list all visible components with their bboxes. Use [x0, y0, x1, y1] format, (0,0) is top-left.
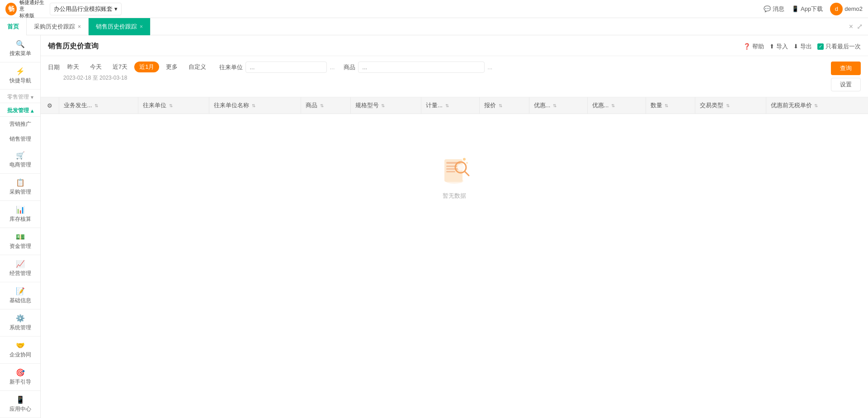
sidebar-item-basic-info[interactable]: 📝 基础信息	[0, 282, 40, 309]
export-button[interactable]: ⬇ 导出	[793, 43, 812, 51]
sidebar-item-wholesale-mgmt[interactable]: 批发管理 ▴	[0, 103, 40, 117]
sidebar-item-app-center[interactable]: 📱 应用中心	[0, 391, 40, 418]
date-btn-last1month[interactable]: 近1月	[134, 62, 159, 72]
sidebar-item-new-guide[interactable]: 🎯 新手引导	[0, 364, 40, 391]
inventory-icon: 📊	[16, 205, 25, 214]
sort-pre-tax-icon: ⇅	[814, 103, 818, 108]
page-title: 销售历史价查询	[48, 42, 99, 51]
th-discount1[interactable]: 优惠... ⇅	[529, 97, 587, 114]
user-avatar-button[interactable]: d demo2	[830, 3, 863, 15]
sort-discount1-icon: ⇅	[553, 103, 557, 108]
top-right-actions: 💬 消息 📱 App下载 d demo2	[764, 3, 863, 15]
date-btn-custom[interactable]: 自定义	[184, 62, 210, 72]
filter-bar: 日期 昨天 今天 近7天 近1月 更多 自定义 2023-02-18 至 202…	[41, 56, 868, 97]
th-product[interactable]: 商品 ⇅	[301, 97, 350, 114]
date-btn-yesterday[interactable]: 昨天	[63, 62, 83, 72]
th-partner-name[interactable]: 往来单位名称 ⇅	[209, 97, 301, 114]
sort-partner-code-icon: ⇅	[169, 103, 173, 108]
filter-actions: 查询 设置	[831, 62, 861, 91]
th-quote[interactable]: 报价 ⇅	[480, 97, 529, 114]
data-table: ⚙ 业务发生... ⇅ 往来单位 ⇅ 往来单位名称 ⇅	[41, 97, 868, 114]
import-button[interactable]: ⬆ 导入	[769, 43, 788, 51]
sidebar-item-system-mgmt[interactable]: ⚙️ 系统管理	[0, 309, 40, 337]
only-last-checkbox[interactable]: ✓	[817, 43, 824, 50]
product-filter-input[interactable]	[358, 62, 485, 73]
only-last-checkbox-group[interactable]: ✓ 只看最后一次	[817, 43, 861, 51]
sidebar-item-operations-mgmt[interactable]: 📈 经营管理	[0, 255, 40, 282]
sidebar-item-finance-mgmt[interactable]: 💵 资金管理	[0, 228, 40, 255]
app-download-button[interactable]: 📱 App下载	[792, 5, 823, 13]
th-discount2[interactable]: 优惠... ⇅	[587, 97, 646, 114]
date-btn-today[interactable]: 今天	[86, 62, 106, 72]
svg-rect-5	[446, 171, 455, 172]
avatar: d	[830, 3, 843, 15]
tab-sales-history[interactable]: 销售历史价跟踪 ×	[89, 18, 151, 35]
help-button[interactable]: ❓ 帮助	[743, 43, 764, 51]
product-filter-label: 商品	[344, 63, 355, 71]
retail-arrow-icon: ▾	[31, 94, 33, 100]
product-filter-dots: ...	[487, 64, 492, 71]
table-container: ⚙ 业务发生... ⇅ 往来单位 ⇅ 往来单位名称 ⇅	[41, 97, 868, 236]
th-quantity[interactable]: 数量 ⇅	[646, 97, 695, 114]
import-icon: ⬆	[769, 43, 774, 50]
sort-partner-name-icon: ⇅	[252, 103, 255, 108]
partner-filter-label: 往来单位	[219, 63, 243, 71]
settings-button[interactable]: 设置	[831, 78, 861, 91]
tab-home-label: 首页	[7, 23, 19, 31]
th-trade-type[interactable]: 交易类型 ⇅	[695, 97, 766, 114]
sidebar-sub-marketing[interactable]: 营销推广	[0, 117, 40, 132]
sort-unit-icon: ⇅	[445, 103, 449, 108]
sidebar: 🔍 搜索菜单 ⚡ 快捷导航 零售管理 ▾ 批发管理 ▴ 营销推广 销售管理 🛒 …	[0, 35, 41, 418]
operations-icon: 📈	[16, 260, 25, 268]
query-button[interactable]: 查询	[831, 62, 861, 75]
svg-point-10	[466, 162, 468, 164]
account-selector[interactable]: 办公用品行业模拟账套 ▾	[50, 3, 122, 15]
empty-text: 暂无数据	[443, 192, 466, 200]
tab-purchase-close-icon[interactable]: ×	[78, 24, 81, 30]
search-icon: 🔍	[16, 40, 25, 48]
tab-expand-icon[interactable]: ⤢	[857, 22, 863, 31]
sidebar-item-search-menu[interactable]: 🔍 搜索菜单	[0, 35, 40, 62]
tab-home[interactable]: 首页	[0, 18, 27, 35]
sidebar-item-retail-mgmt[interactable]: 零售管理 ▾	[0, 90, 40, 103]
quick-nav-icon: ⚡	[16, 67, 25, 76]
guide-icon: 🎯	[16, 368, 25, 377]
sort-quantity-icon: ⇅	[665, 103, 668, 108]
purchase-icon: 📋	[16, 178, 25, 187]
tab-sales-label: 销售历史价跟踪	[96, 23, 137, 31]
sort-product-icon: ⇅	[320, 103, 324, 108]
th-biz-date[interactable]: 业务发生... ⇅	[59, 97, 138, 114]
sidebar-item-quick-nav[interactable]: ⚡ 快捷导航	[0, 62, 40, 90]
sidebar-sub-sales-mgmt[interactable]: 销售管理	[0, 132, 40, 147]
date-btn-more[interactable]: 更多	[162, 62, 182, 72]
message-button[interactable]: 💬 消息	[764, 5, 784, 13]
th-unit[interactable]: 计量... ⇅	[421, 97, 480, 114]
tab-sales-close-icon[interactable]: ×	[140, 24, 143, 30]
sidebar-item-enterprise-collab[interactable]: 🤝 企业协同	[0, 337, 40, 364]
svg-line-8	[465, 171, 469, 176]
th-settings[interactable]: ⚙	[41, 97, 59, 114]
date-btn-last7days[interactable]: 近7天	[108, 62, 132, 72]
th-partner-code[interactable]: 往来单位 ⇅	[138, 97, 209, 114]
svg-point-9	[463, 158, 466, 161]
content-area: 销售历史价查询 ❓ 帮助 ⬆ 导入 ⬇ 导出 ✓	[41, 35, 868, 418]
th-pre-tax-price[interactable]: 优惠前无税单价 ⇅	[766, 97, 868, 114]
basic-info-icon: 📝	[16, 287, 25, 295]
sort-discount2-icon: ⇅	[611, 103, 615, 108]
svg-rect-4	[446, 168, 459, 170]
partner-filter-input[interactable]	[245, 62, 327, 73]
collab-icon: 🤝	[16, 341, 25, 350]
date-filter-label: 日期	[48, 62, 60, 71]
logo-icon: 畅	[5, 3, 17, 15]
message-icon: 💬	[764, 5, 771, 12]
export-icon: ⬇	[793, 43, 798, 50]
th-spec[interactable]: 规格型号 ⇅	[350, 97, 421, 114]
tab-purchase-history[interactable]: 采购历史价跟踪 ×	[27, 18, 89, 35]
page-header: 销售历史价查询 ❓ 帮助 ⬆ 导入 ⬇ 导出 ✓	[41, 35, 868, 56]
sidebar-item-ecommerce-mgmt[interactable]: 🛒 电商管理	[0, 147, 40, 174]
svg-point-7	[458, 164, 464, 171]
tab-close-all-icon[interactable]: ×	[849, 23, 853, 31]
partner-filter-dots: ...	[330, 64, 335, 71]
sidebar-item-inventory-check[interactable]: 📊 库存核算	[0, 201, 40, 228]
sidebar-item-purchase-mgmt[interactable]: 📋 采购管理	[0, 174, 40, 201]
